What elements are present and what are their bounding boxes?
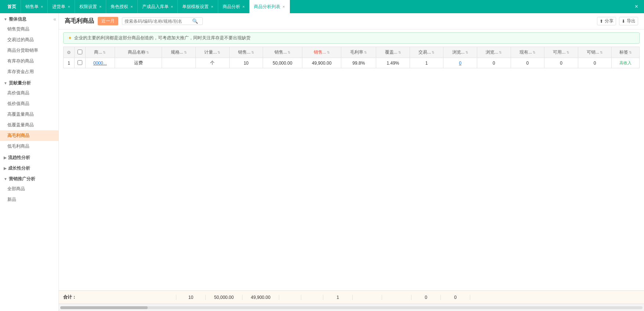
main-layout: « ▼ 整体信息 销售货商品 交易过的商品 商品分货助销率 有库存的商品 库存资… [0, 13, 644, 311]
close-all-button[interactable]: × [632, 3, 641, 10]
col-gross-rate[interactable]: 毛利率⇅ [341, 47, 376, 58]
bottom-scrollbar[interactable] [59, 304, 644, 311]
nav-tab-sales-close[interactable]: × [41, 4, 43, 9]
content-area: 高毛利商品 近一月 🔍 ⬆ 分享 ⬇ 导出 ✦ 企业的主要的利润都是这部分商品创… [59, 13, 644, 311]
group-overall-arrow: ▼ [4, 17, 7, 21]
select-all-checkbox[interactable] [78, 50, 82, 54]
nav-tab-inbound-close[interactable]: × [171, 4, 173, 9]
export-icon: ⬇ [622, 19, 625, 24]
footer-cells: 10 50,000.00 49,900.00 1 0 0 [103, 295, 644, 300]
nav-tab-role[interactable]: 角色授权 × [106, 0, 137, 13]
nav-tab-home[interactable]: 首页 [3, 0, 21, 13]
col-unit[interactable]: 计量...⇅ [195, 47, 229, 58]
row-check[interactable] [75, 58, 86, 68]
row-tag: 高收入 [612, 58, 640, 68]
col-gear[interactable]: ⚙ [64, 47, 75, 58]
sidebar-item-high-coverage[interactable]: 高覆盖量商品 [0, 109, 58, 120]
footer-browse1-empty [353, 295, 382, 300]
footer-label: 合计： [59, 294, 103, 300]
col-sales-qty[interactable]: 销售...⇅ [229, 47, 263, 58]
nav-purchase-label: 进货单 [52, 4, 65, 10]
nav-tab-template-close[interactable]: × [211, 4, 213, 9]
nav-home-label: 首页 [7, 4, 16, 10]
nav-tab-analysis-close[interactable]: × [242, 4, 245, 9]
nav-tab-permission[interactable]: 权限设置 × [75, 0, 106, 13]
notice-text: 企业的主要的利润都是这部分商品创造的，可考虑加大推广，同时关注库存是不要出现缺货 [74, 35, 251, 41]
row-checkbox[interactable] [78, 60, 82, 65]
top-nav: 首页 销售单 × 进货单 × 权限设置 × 角色授权 × 产成品入库单 × 单据… [0, 0, 644, 13]
sidebar-item-low-coverage[interactable]: 低覆盖量商品 [0, 120, 58, 130]
col-sales-cost[interactable]: 销售...⇅ [302, 47, 341, 58]
nav-tab-purchase-close[interactable]: × [68, 4, 70, 9]
sidebar-group-overall[interactable]: ▼ 整体信息 [0, 13, 58, 24]
row-gross-rate: 99.8% [341, 58, 376, 68]
group-growth-arrow: ▶ [4, 166, 7, 170]
col-saleable[interactable]: 可销...⇅ [578, 47, 612, 58]
sidebar-item-high-value[interactable]: 高价值商品 [0, 88, 58, 98]
header-actions: ⬆ 分享 ⬇ 导出 [597, 17, 638, 25]
footer-gross-empty [279, 295, 301, 300]
group-trend-arrow: ▶ [4, 156, 7, 160]
col-sales-amount[interactable]: 销售...⇅ [263, 47, 302, 58]
col-spec[interactable]: 规格...⇅ [162, 47, 196, 58]
col-browse1[interactable]: 浏览...⇅ [443, 47, 477, 58]
nav-tab-permission-close[interactable]: × [99, 4, 101, 9]
sidebar-collapse-button[interactable]: « [53, 16, 56, 22]
group-growth-label: 成长性分析 [8, 165, 30, 171]
sidebar-group-contribution[interactable]: ▼ 贡献量分析 [0, 77, 58, 88]
sidebar-item-high-gross[interactable]: 高毛利商品 [0, 130, 58, 141]
data-table: ⚙ 商...⇅ 商品名称⇅ 规格...⇅ 计量...⇅ 销售...⇅ 销售...… [63, 47, 640, 68]
col-browse2[interactable]: 浏览...⇅ [477, 47, 511, 58]
nav-tab-role-close[interactable]: × [130, 4, 133, 9]
footer-current: 0 [411, 295, 441, 300]
share-button[interactable]: ⬆ 分享 [597, 17, 616, 25]
filter-recent-month-button[interactable]: 近一月 [98, 17, 118, 25]
sidebar-item-traded-goods[interactable]: 交易过的商品 [0, 35, 58, 45]
col-code[interactable]: 商...⇅ [86, 47, 115, 58]
col-current[interactable]: 现有...⇅ [511, 47, 544, 58]
search-input[interactable] [125, 19, 191, 24]
nav-tab-analysis[interactable]: 商品分析 × [218, 0, 249, 13]
nav-tab-analysis-list[interactable]: 商品分析列表 × [249, 0, 289, 13]
sidebar-item-sales-rate[interactable]: 商品分货助销率 [0, 45, 58, 56]
sidebar-item-low-gross[interactable]: 低毛利商品 [0, 141, 58, 152]
row-coverage: 1.49% [376, 58, 410, 68]
group-marketing-arrow: ▼ [4, 177, 7, 181]
table-row: 1 0000... 运费 个 10 50,000.00 49,900.00 99… [64, 58, 640, 68]
search-icon[interactable]: 🔍 [192, 18, 198, 24]
row-browse1[interactable]: 0 [443, 58, 477, 68]
row-spec [162, 58, 196, 68]
nav-inbound-label: 产成品入库单 [142, 4, 169, 10]
nav-tab-inbound[interactable]: 产成品入库单 × [138, 0, 178, 13]
nav-tab-purchase[interactable]: 进货单 × [48, 0, 75, 13]
sidebar-item-sales-goods[interactable]: 销售货商品 [0, 24, 58, 35]
nav-tab-analysis-list-close[interactable]: × [283, 4, 285, 9]
share-label: 分享 [605, 18, 614, 24]
content-header: 高毛利商品 近一月 🔍 ⬆ 分享 ⬇ 导出 [59, 13, 644, 29]
row-browse2: 0 [477, 58, 511, 68]
sidebar-item-new-goods[interactable]: 新品 [0, 194, 58, 205]
sidebar-item-in-stock[interactable]: 有库存的商品 [0, 56, 58, 66]
sidebar-item-low-value[interactable]: 低价值商品 [0, 98, 58, 109]
sidebar-item-all-goods[interactable]: 全部商品 [0, 184, 58, 194]
nav-permission-label: 权限设置 [79, 4, 97, 10]
nav-tab-sales[interactable]: 销售单 × [21, 0, 48, 13]
nav-tab-template[interactable]: 单据模板设置 × [178, 0, 218, 13]
sidebar-group-marketing[interactable]: ▼ 营销推广分析 [0, 173, 58, 184]
col-available[interactable]: 可用...⇅ [544, 47, 578, 58]
col-trade[interactable]: 交易...⇅ [410, 47, 443, 58]
col-tag[interactable]: 标签⇅ [612, 47, 640, 58]
sidebar-group-growth[interactable]: ▶ 成长性分析 [0, 162, 58, 173]
col-name[interactable]: 商品名称⇅ [115, 47, 162, 58]
sidebar-group-trend[interactable]: ▶ 流趋性分析 [0, 152, 58, 162]
export-button[interactable]: ⬇ 导出 [619, 17, 638, 25]
nav-analysis-label: 商品分析 [223, 4, 240, 10]
scrollbar-thumb[interactable] [60, 306, 148, 309]
row-code[interactable]: 0000... [86, 58, 115, 68]
col-coverage[interactable]: 覆盖...⇅ [376, 47, 410, 58]
footer-empty [103, 295, 176, 300]
tag-value: 高收入 [619, 61, 632, 65]
gear-icon[interactable]: ⚙ [67, 50, 71, 55]
sidebar-item-stock-capital[interactable]: 库存资金占用 [0, 66, 58, 77]
page-title: 高毛利商品 [65, 17, 94, 25]
